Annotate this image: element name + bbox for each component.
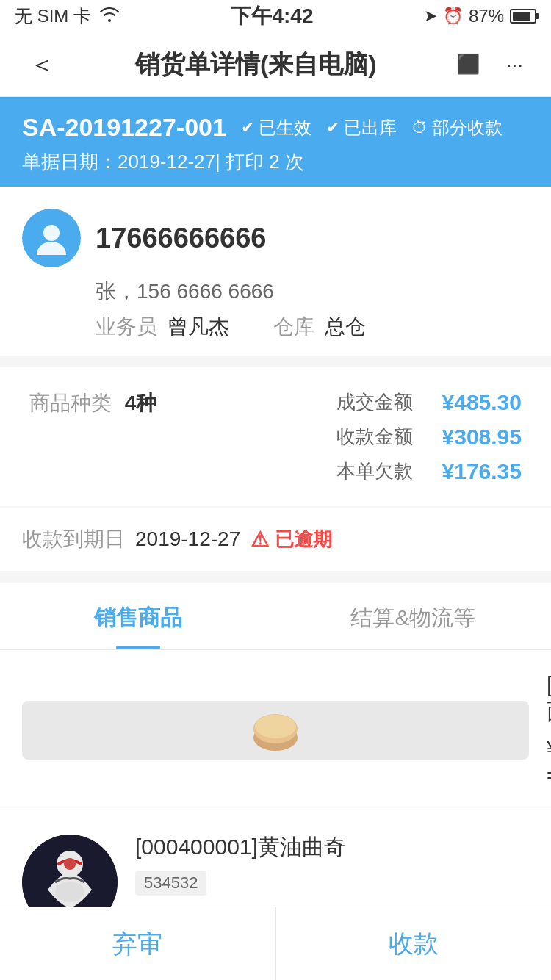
time-display: 下午4:42 [231,2,313,30]
product-image-1 [22,701,529,760]
status-partial: ⏱ 部分收款 [411,116,503,140]
divider-1 [0,356,551,367]
tab-settlement[interactable]: 结算&物流等 [276,583,551,649]
order-date-row: 单据日期：2019-12-27| 打印 2 次 [22,149,529,175]
check-icon-active: ✔ [241,118,254,137]
tab-products[interactable]: 销售商品 [0,583,276,649]
warning-icon: ⚠ [251,527,269,552]
avatar [22,209,81,267]
svg-point-6 [64,858,76,870]
received-label: 收款金额 [336,424,413,450]
amount-row-3: 本单欠款 ¥176.35 [336,458,522,484]
nav-bar: ＜ 销货单详情(来自电脑) ⬛ ··· [0,32,551,97]
product-info-1: [0000002]面包 ¥40 x 5袋 = ¥199.99 [547,672,551,788]
overdue-label: 已逾期 [275,527,332,552]
back-button[interactable]: ＜ [22,40,62,89]
order-id: SA-20191227-001 [22,113,226,142]
status-right: ➤ ⏰ 87% [424,6,536,26]
status-shipped: ✔ 已出库 [326,116,397,140]
product-item-1: [0000002]面包 ¥40 x 5袋 = ¥199.99 [0,650,551,810]
product-sku-2: 534532 [135,870,529,904]
product-price-1: ¥40 x 5袋 = ¥199.99 [547,735,551,788]
amount-row-2: 收款金额 ¥308.95 [336,424,522,450]
cancel-button[interactable]: 弃审 [0,907,276,980]
amount-value: ¥485.30 [442,390,522,415]
clock-icon: ⏱ [411,118,428,137]
tabs-row: 销售商品 结算&物流等 [0,583,551,649]
bottom-bar: 弃审 收款 [0,907,551,980]
tabs-section: 销售商品 结算&物流等 [0,583,551,650]
stats-right: 成交金额 ¥485.30 收款金额 ¥308.95 本单欠款 ¥176.35 [336,389,522,484]
overdue-badge: ⚠ 已逾期 [251,527,332,552]
battery-text: 87% [469,6,504,26]
customer-name-phone: 张，156 6666 6666 [96,278,529,306]
battery-icon [510,9,536,24]
alarm-icon: ⏰ [443,7,463,26]
product-name-2: [000400001]黄油曲奇 [135,832,529,862]
product-name-1: [0000002]面包 [547,672,551,727]
customer-section: 17666666666 张，156 6666 6666 业务员 曾凡杰 仓库 总… [0,187,551,356]
check-icon-shipped: ✔ [326,118,339,137]
amount-label: 成交金额 [336,389,413,415]
sales-name: 曾凡杰 [168,315,229,338]
svg-point-0 [43,225,60,241]
warehouse-name: 总仓 [325,315,366,338]
status-active: ✔ 已生效 [241,116,311,140]
order-header: SA-20191227-001 ✔ 已生效 ✔ 已出库 ⏱ 部分收款 单据日期：… [0,97,551,187]
status-bar: 无 SIM 卡 下午4:42 ➤ ⏰ 87% [0,0,551,32]
received-value: ¥308.95 [442,425,522,450]
page-title: 销货单详情(来自电脑) [135,48,377,82]
category-item: 商品种类 4种 [29,389,156,417]
status-left: 无 SIM 卡 [15,4,120,28]
location-icon: ➤ [424,7,437,26]
stats-left: 商品种类 4种 [29,389,156,417]
nav-actions: ⬛ ··· [450,47,529,82]
due-date-section: 收款到期日 2019-12-27 ⚠ 已逾期 [0,508,551,571]
customer-phone: 17666666666 [96,223,266,254]
share-button[interactable]: ⬛ [450,47,486,82]
svg-point-7 [55,882,84,902]
more-button[interactable]: ··· [500,47,529,82]
stats-section: 商品种类 4种 成交金额 ¥485.30 收款金额 ¥308.95 本单欠款 ¥… [0,367,551,506]
carrier-text: 无 SIM 卡 [15,4,91,28]
due-date-label: 收款到期日 [22,525,125,553]
due-date-value: 2019-12-27 [135,527,240,551]
wifi-icon [98,6,120,26]
svg-point-3 [255,715,296,738]
customer-meta: 业务员 曾凡杰 仓库 总仓 [96,313,529,341]
sales-label: 业务员 [96,315,157,338]
amount-row-1: 成交金额 ¥485.30 [336,389,522,415]
collect-button[interactable]: 收款 [276,907,552,980]
warehouse-label: 仓库 [273,315,314,338]
due-value: ¥176.35 [442,459,522,484]
due-label: 本单欠款 [336,458,413,484]
